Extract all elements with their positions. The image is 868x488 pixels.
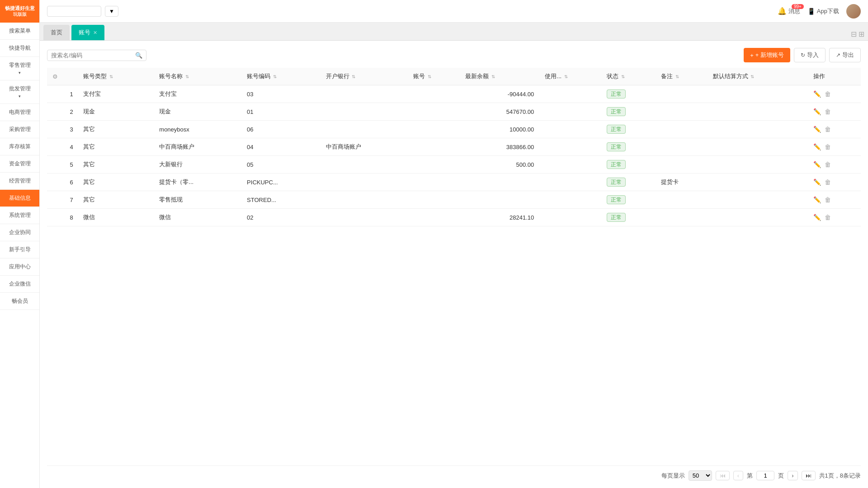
row-status: 正常 [603, 174, 657, 191]
sidebar-item-label: 采购管理 [2, 126, 38, 133]
window-minimize-icon[interactable]: ⊟ [851, 30, 857, 38]
sidebar-item-purchase[interactable]: 采购管理 [0, 121, 39, 138]
window-expand-icon[interactable]: ⊞ [859, 30, 864, 38]
row-remark [657, 209, 709, 226]
row-remark [657, 191, 709, 209]
search-input[interactable] [51, 52, 132, 59]
th-name[interactable]: 账号名称 ⇅ [156, 68, 243, 85]
sidebar-item-label: 基础信息 [2, 194, 38, 202]
sidebar-item-label: 畅会员 [2, 297, 38, 305]
top-search-input[interactable] [47, 6, 101, 17]
delete-icon[interactable]: 🗑 [825, 126, 831, 133]
th-type[interactable]: 账号类型 ⇅ [80, 68, 156, 85]
th-code-label: 账号编码 [247, 73, 270, 80]
sidebar-item-search[interactable]: 搜索菜单 [0, 23, 39, 40]
sidebar-item-wholesale[interactable]: 批发管理 ▾ [0, 80, 39, 104]
prev-page-button[interactable]: ‹ [733, 471, 743, 480]
th-usage[interactable]: 使用... ⇅ [541, 68, 603, 85]
row-name: 支付宝 [156, 85, 243, 103]
sidebar-item-capital[interactable]: 资金管理 [0, 155, 39, 173]
export-button[interactable]: ↗ 导出 [829, 48, 861, 62]
edit-icon[interactable]: ✏️ [813, 90, 821, 98]
th-num [63, 68, 80, 85]
sidebar-item-retail[interactable]: 零售管理 ▾ [0, 57, 39, 80]
delete-icon[interactable]: 🗑 [825, 196, 831, 203]
sidebar-item-ecommerce[interactable]: 电商管理 [0, 104, 39, 121]
next-page-button[interactable]: › [788, 471, 797, 480]
row-default-settlement [709, 138, 810, 156]
th-settings[interactable]: ⚙ [47, 68, 63, 85]
app-download-button[interactable]: 📱 App下载 [807, 7, 839, 15]
row-status: 正常 [603, 209, 657, 226]
row-code: STORED... [243, 191, 322, 209]
row-type: 支付宝 [80, 85, 156, 103]
edit-icon[interactable]: ✏️ [813, 178, 821, 186]
row-name: 大新银行 [156, 156, 243, 174]
sidebar-item-app-center[interactable]: 应用中心 [0, 258, 39, 276]
edit-icon[interactable]: ✏️ [813, 126, 821, 133]
th-balance[interactable]: 最新余额 ⇅ [462, 68, 541, 85]
delete-icon[interactable]: 🗑 [825, 90, 831, 98]
tab-close-icon[interactable]: ✕ [93, 30, 97, 36]
sidebar-item-inventory[interactable]: 库存核算 [0, 138, 39, 155]
sidebar-item-system[interactable]: 系统管理 [0, 207, 39, 224]
sort-icon: ⇅ [675, 74, 679, 79]
sidebar-item-member[interactable]: 畅会员 [0, 293, 39, 310]
sidebar: 畅捷通好生意 玩版版 搜索菜单 快捷导航 零售管理 ▾ 批发管理 ▾ 电商管理 … [0, 0, 40, 488]
row-code: 03 [243, 85, 322, 103]
sidebar-item-label: 零售管理 [2, 61, 38, 69]
sort-icon: ⇅ [273, 74, 277, 79]
last-page-button[interactable]: ⏭ [802, 471, 816, 480]
sidebar-item-basic-info[interactable]: 基础信息 [0, 190, 39, 207]
delete-icon[interactable]: 🗑 [825, 143, 831, 150]
edit-icon[interactable]: ✏️ [813, 196, 821, 203]
sidebar-item-wechat[interactable]: 企业微信 [0, 276, 39, 293]
th-bank-label: 开户银行 [326, 73, 349, 80]
row-actions: ✏️ 🗑 [810, 103, 861, 121]
th-status[interactable]: 状态 ⇅ [603, 68, 657, 85]
row-balance: 547670.00 [462, 103, 541, 121]
row-bank: 中百商场账户 [322, 138, 410, 156]
import-button[interactable]: ↻ 导入 [794, 48, 826, 62]
edit-icon[interactable]: ✏️ [813, 108, 821, 115]
sidebar-item-operations[interactable]: 经营管理 [0, 173, 39, 190]
edit-icon[interactable]: ✏️ [813, 143, 821, 150]
edit-icon[interactable]: ✏️ [813, 214, 821, 221]
th-code[interactable]: 账号编码 ⇅ [243, 68, 322, 85]
sidebar-item-label: 新手引导 [2, 246, 38, 253]
top-nav-dropdown[interactable]: ▼ [105, 6, 118, 17]
edit-icon[interactable]: ✏️ [813, 161, 821, 168]
page-input[interactable] [756, 471, 774, 480]
first-page-button[interactable]: ⏮ [716, 471, 730, 480]
notification-button[interactable]: 🔔 消息 99+ [778, 7, 800, 15]
delete-icon[interactable]: 🗑 [825, 214, 831, 221]
user-avatar[interactable] [846, 4, 861, 19]
add-account-button[interactable]: + + 新增账号 [744, 48, 790, 62]
accounts-table: ⚙ 账号类型 ⇅ 账号名称 ⇅ 账号编码 ⇅ [47, 68, 861, 226]
sidebar-item-shortcut[interactable]: 快捷导航 [0, 40, 39, 57]
row-code: 05 [243, 156, 322, 174]
tab-account[interactable]: 账号 ✕ [71, 25, 104, 40]
row-settings [47, 209, 63, 226]
row-balance: 28241.10 [462, 209, 541, 226]
tab-home[interactable]: 首页 [43, 25, 70, 40]
th-default-settlement[interactable]: 默认结算方式 ⇅ [709, 68, 810, 85]
status-badge: 正常 [607, 213, 626, 222]
sort-icon: ⇅ [491, 74, 495, 79]
th-remark[interactable]: 备注 ⇅ [657, 68, 709, 85]
sidebar-item-agreement[interactable]: 企业协同 [0, 224, 39, 241]
th-account[interactable]: 账号 ⇅ [410, 68, 462, 85]
download-icon: 📱 [807, 8, 815, 15]
table-row: 4 其它 中百商场账户 04 中百商场账户 383866.00 正常 ✏️ 🗑 [47, 138, 861, 156]
delete-icon[interactable]: 🗑 [825, 108, 831, 115]
delete-icon[interactable]: 🗑 [825, 178, 831, 186]
sidebar-item-guide[interactable]: 新手引导 [0, 241, 39, 258]
search-icon[interactable]: 🔍 [135, 52, 142, 59]
row-usage [541, 209, 603, 226]
settings-gear-icon[interactable]: ⚙ [52, 73, 58, 80]
th-bank[interactable]: 开户银行 ⇅ [322, 68, 410, 85]
top-nav-left: ▼ [47, 6, 118, 17]
row-account [410, 174, 462, 191]
delete-icon[interactable]: 🗑 [825, 161, 831, 168]
per-page-select[interactable]: 50 20 100 [689, 470, 712, 481]
